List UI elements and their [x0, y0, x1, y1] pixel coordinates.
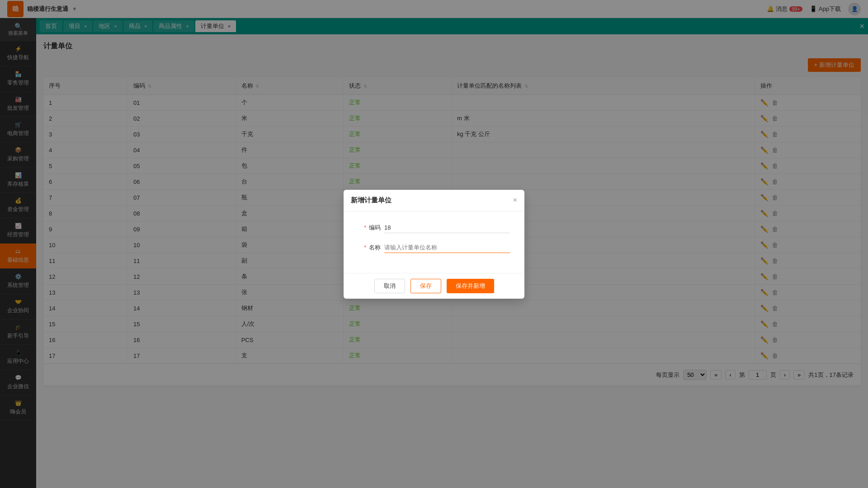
form-row-code: * 编码	[358, 222, 510, 233]
code-label: * 编码	[358, 224, 381, 232]
name-label: * 名称	[358, 244, 381, 252]
add-uom-modal: 新增计量单位 × * 编码 * 名称 取消 保存 保存并新增	[344, 190, 524, 299]
code-input[interactable]	[384, 222, 510, 233]
modal-footer: 取消 保存 保存并新增	[344, 273, 524, 299]
name-input[interactable]	[384, 242, 510, 253]
modal-header: 新增计量单位 ×	[344, 190, 524, 211]
modal-overlay: 新增计量单位 × * 编码 * 名称 取消 保存 保存并新增	[0, 0, 868, 488]
cancel-button[interactable]: 取消	[374, 279, 405, 293]
modal-title: 新增计量单位	[351, 196, 392, 205]
form-row-name: * 名称	[358, 242, 510, 253]
modal-close-btn[interactable]: ×	[513, 196, 517, 204]
required-mark-name: *	[364, 244, 366, 251]
save-new-button[interactable]: 保存并新增	[447, 279, 494, 293]
save-button[interactable]: 保存	[410, 279, 441, 293]
modal-body: * 编码 * 名称	[344, 211, 524, 273]
required-mark-code: *	[364, 224, 366, 231]
